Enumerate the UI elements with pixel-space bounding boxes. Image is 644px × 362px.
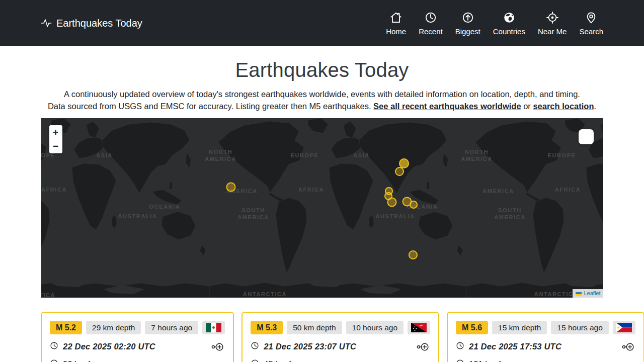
link-search-location[interactable]: search location [533, 102, 594, 111]
nav-item-near-me[interactable]: Near Me [538, 11, 567, 36]
magnitude-badge: M 5.3 [251, 321, 283, 334]
description-line2: Data sourced from USGS and EMSC for accu… [41, 100, 603, 112]
distance-value: 45 km from: [264, 359, 307, 362]
map-pin-icon [585, 11, 598, 24]
nav-item-countries[interactable]: Countries [493, 11, 525, 36]
badges-row: M 5.6 15 km depth 15 hours ago [456, 321, 635, 334]
site-logo-label: Earthquakes Today [56, 18, 142, 29]
nav-label: Countries [493, 27, 525, 36]
datetime-value: 21 Dec 2025 23:07 UTC [264, 342, 356, 351]
depth-badge: 50 km depth [287, 321, 342, 334]
leaflet-attribution-link[interactable]: Leaflet [584, 290, 600, 296]
earthquake-marker[interactable] [387, 198, 396, 207]
locate-icon [546, 11, 559, 24]
time-ago-badge: 15 hours ago [551, 321, 609, 334]
earthquake-card[interactable]: M 5.3 50 km depth 10 hours ago [242, 312, 439, 362]
main-nav: Home Recent [386, 11, 603, 36]
ukraine-flag-icon [576, 291, 582, 295]
magnitude-badge: M 5.6 [456, 321, 488, 334]
time-ago-badge: 7 hours ago [145, 321, 198, 334]
world-map[interactable]: EUROPEAFRICAASIAAUSTRALIAOCEANIANORTHAME… [41, 118, 603, 298]
page-title: Earthquakes Today [0, 59, 644, 81]
distance-row: 45 km from: [251, 359, 430, 362]
distance-value: 131 km from: [469, 359, 517, 362]
nav-label: Home [386, 27, 406, 36]
flag-papua-new-guinea [408, 321, 430, 334]
depth-badge: 29 km depth [86, 321, 141, 334]
badges-row: M 5.2 29 km depth 7 hours ago [50, 321, 225, 334]
map-attribution: Leaflet [573, 289, 603, 298]
datetime-row: 22 Dec 2025 02:20 UTC [50, 341, 225, 352]
magnitude-badge: M 5.2 [50, 321, 82, 334]
description-line2-text: Data sourced from USGS and EMSC for accu… [48, 102, 371, 111]
datetime-value: 21 Dec 2025 17:53 UTC [469, 342, 561, 351]
earthquake-cards: M 5.2 29 km depth 7 hours ago 22 Dec 202… [41, 312, 603, 362]
zoom-in-button[interactable]: + [49, 125, 62, 139]
earthquake-marker[interactable] [395, 167, 404, 176]
globe-icon [503, 11, 516, 24]
badges-row: M 5.3 50 km depth 10 hours ago [251, 321, 430, 334]
target-icon [251, 359, 259, 362]
page-description: A continuously updated overview of today… [41, 88, 603, 112]
header: Earthquakes Today Home [0, 0, 644, 46]
link-recent-earthquakes[interactable]: See all recent earthquakes worldwide [373, 102, 521, 111]
flag-philippines [613, 321, 635, 334]
clock-icon [50, 341, 58, 352]
earthquake-marker[interactable] [410, 201, 418, 209]
datetime-row: 21 Dec 2025 17:53 UTC [456, 341, 635, 352]
nav-item-search[interactable]: Search [579, 11, 603, 36]
description-line1: A continuously updated overview of today… [41, 88, 603, 100]
nav-item-biggest[interactable]: Biggest [455, 11, 480, 36]
earthquake-marker[interactable] [409, 250, 418, 259]
period-text: . [594, 102, 596, 111]
clock-icon [456, 341, 464, 352]
nav-item-recent[interactable]: Recent [419, 11, 443, 36]
nav-item-home[interactable]: Home [386, 11, 406, 36]
arrow-up-circle-icon [461, 11, 474, 24]
clock-icon [251, 341, 259, 352]
map-landmass [41, 118, 603, 298]
earthquake-card[interactable]: M 5.6 15 km depth 15 hours ago 21 Dec 20… [447, 312, 644, 362]
site-logo[interactable]: Earthquakes Today [41, 18, 142, 29]
nav-label: Near Me [538, 27, 567, 36]
zoom-out-button[interactable]: − [49, 139, 62, 153]
nav-label: Search [579, 27, 603, 36]
nav-label: Biggest [455, 27, 480, 36]
target-icon [456, 359, 464, 362]
clock-icon [424, 11, 437, 24]
activity-icon [41, 18, 52, 29]
map-layers-button[interactable] [579, 129, 594, 144]
flag-mexico [202, 321, 225, 334]
earthquake-card[interactable]: M 5.2 29 km depth 7 hours ago 22 Dec 202… [41, 312, 234, 362]
earthquake-marker[interactable] [226, 183, 235, 192]
conjunction-text: or [523, 102, 531, 111]
zoom-to-location-icon[interactable] [210, 342, 225, 352]
distance-row: 92 km from: [50, 359, 225, 362]
map-zoom-control: + − [49, 125, 62, 153]
zoom-to-location-icon[interactable] [416, 342, 430, 352]
nav-label: Recent [419, 27, 443, 36]
time-ago-badge: 10 hours ago [346, 321, 404, 334]
distance-value: 92 km from: [63, 359, 107, 362]
distance-row: 131 km from: [456, 359, 635, 362]
depth-badge: 15 km depth [492, 321, 547, 334]
target-icon [50, 359, 58, 362]
home-icon [389, 11, 403, 24]
datetime-row: 21 Dec 2025 23:07 UTC [251, 341, 430, 352]
zoom-to-location-icon[interactable] [621, 342, 635, 352]
datetime-value: 22 Dec 2025 02:20 UTC [63, 342, 155, 351]
